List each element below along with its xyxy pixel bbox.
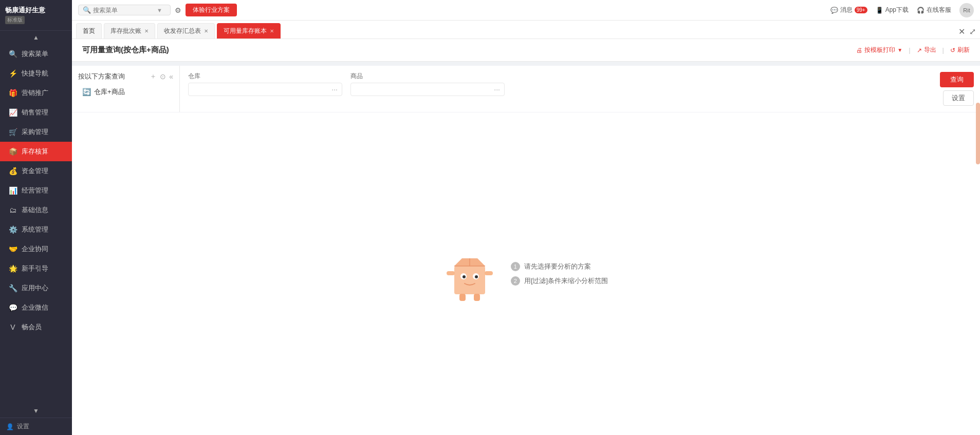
sidebar-item-membership[interactable]: V 畅会员 [0,317,72,337]
sidebar-item-label-search: 搜索菜单 [22,49,48,59]
goods-field-group: 商品 ··· [350,72,505,96]
sidebar-item-system[interactable]: ⚙️ 系统管理 [0,220,72,239]
warehouse-input-row[interactable]: ··· [188,83,342,96]
empty-state: 1 请先选择要分析的方案 2 用[过滤]条件来缩小分析范围 [72,112,980,435]
close-window-icon[interactable]: ✕ [958,27,965,36]
right-scroll-bar[interactable] [976,103,980,164]
tab-summary[interactable]: 收发存汇总表✕ [157,23,215,39]
export-action[interactable]: ↗ 导出 [917,46,936,54]
settings-button[interactable]: 设置 [943,90,974,106]
sidebar-item-label-purchase: 采购管理 [22,127,48,137]
sep2: | [942,46,944,54]
phone-icon: 📱 [876,7,883,14]
svg-rect-7 [447,271,455,275]
main-area: 🔍 ▼ ⚙ 体验行业方案 💬 消息 99+ 📱 App下载 🎧 在线客服 Rit [72,0,980,435]
collapse-scheme-icon[interactable]: « [169,72,173,81]
sidebar-item-search[interactable]: 🔍 搜索菜单 [0,44,72,64]
topbar: 🔍 ▼ ⚙ 体验行业方案 💬 消息 99+ 📱 App下载 🎧 在线客服 Rit [72,0,980,21]
query-panel: 按以下方案查询 ＋ ⊙ « 🔄 仓库+商品 仓库 ··· [72,66,980,112]
sidebar-item-operations[interactable]: 📊 经营管理 [0,181,72,200]
appcenter-icon: 🔧 [8,284,17,292]
sidebar-item-purchase[interactable]: 🛒 采购管理 [0,122,72,142]
trial-button[interactable]: 体验行业方案 [186,4,237,16]
tab-label-home: 首页 [83,27,95,35]
topbar-search-box[interactable]: 🔍 ▼ [78,5,171,15]
search-input[interactable] [93,7,155,14]
refresh-action[interactable]: ↺ 刷新 [950,46,970,54]
svg-point-5 [463,275,466,278]
sidebar-item-enterprise[interactable]: 🤝 企业协同 [0,239,72,259]
sidebar-item-shortcuts[interactable]: ⚡ 快捷导航 [0,64,72,83]
scheme-item-label: 仓库+商品 [94,87,125,97]
tab-available[interactable]: 可用量库存账本✕ [217,23,281,39]
chevron-down-icon: ▼ [157,7,162,13]
app-download-button[interactable]: 📱 App下载 [876,6,909,14]
sidebar-item-appcenter[interactable]: 🔧 应用中心 [0,278,72,298]
operations-icon: 📊 [8,186,17,195]
sidebar-item-label-marketing: 营销推广 [22,88,48,98]
expand-icon[interactable]: ⤢ [969,27,976,36]
sidebar-item-sales[interactable]: 📈 销售管理 [0,103,72,122]
scheme-item-icon: 🔄 [82,88,91,96]
sidebar-item-wechat[interactable]: 💬 企业微信 [0,298,72,317]
settings-scheme-icon[interactable]: ⊙ [160,72,166,81]
brand-name: 畅康通好生意 [5,6,67,15]
print-action[interactable]: 🖨 按模板打印 ▼ [856,46,902,54]
tab-home[interactable]: 首页 [76,23,102,39]
warehouse-input[interactable] [193,86,329,93]
print-label: 按模板打印 [864,46,895,54]
sidebar-footer-text: 设置 [17,422,29,431]
system-icon: ⚙️ [8,225,17,234]
tab-batch[interactable]: 库存批次账✕ [104,23,155,39]
svg-rect-0 [454,266,485,294]
goods-input[interactable] [355,86,492,93]
gear-icon[interactable]: ⚙ [175,6,181,14]
tip-num-1: 1 [511,262,520,271]
query-button[interactable]: 查询 [940,72,974,87]
export-label: 导出 [924,46,936,54]
message-label: 消息 [840,6,853,14]
sidebar-item-label-wechat: 企业微信 [22,303,48,312]
goods-input-row[interactable]: ··· [350,83,505,96]
tab-close-available[interactable]: ✕ [270,28,274,34]
scheme-header-text: 按以下方案查询 [78,72,146,81]
user-avatar[interactable]: Rit [959,3,974,17]
scheme-item-warehouse-goods[interactable]: 🔄 仓库+商品 [72,83,179,101]
newguide-icon: 🌟 [8,264,17,273]
sidebar-item-marketing[interactable]: 🎁 营销推广 [0,83,72,103]
tab-close-batch[interactable]: ✕ [144,28,149,34]
tabs-bar: 首页库存批次账✕收发存汇总表✕可用量库存账本✕ ✕ ⤢ [72,21,980,39]
content-area: 可用量查询(按仓库+商品) 🖨 按模板打印 ▼ | ↗ 导出 | ↺ 刷新 [72,39,980,435]
svg-point-6 [475,275,478,278]
tab-close-summary[interactable]: ✕ [204,28,208,34]
sidebar-item-label-appcenter: 应用中心 [22,283,48,293]
page-title: 可用量查询(按仓库+商品) [82,45,169,55]
finance-icon: 💰 [8,167,17,175]
sidebar-footer[interactable]: 👤 设置 [0,418,72,435]
sidebar-item-label-operations: 经营管理 [22,186,48,195]
add-scheme-icon[interactable]: ＋ [150,72,157,81]
sidebar-scroll-up[interactable]: ▲ [0,31,72,44]
warehouse-more-icon[interactable]: ··· [331,85,338,93]
online-service-button[interactable]: 🎧 在线客服 [917,6,951,14]
goods-more-icon[interactable]: ··· [494,85,500,93]
printer-icon: 🖨 [856,47,862,54]
sidebar-scroll-down[interactable]: ▼ [0,404,72,418]
goods-label: 商品 [350,72,505,81]
sidebar-item-finance[interactable]: 💰 资金管理 [0,161,72,181]
scheme-header: 按以下方案查询 ＋ ⊙ « [72,70,179,83]
sidebar-item-inventory[interactable]: 📦 库存核算 [0,142,72,161]
tab-label-batch: 库存批次账 [110,27,141,35]
membership-icon: V [8,323,17,331]
search-icon: 🔍 [83,6,91,14]
sidebar-item-label-newguide: 新手引导 [22,264,48,273]
empty-tip-1: 1 请先选择要分析的方案 [511,262,608,271]
topbar-right: 💬 消息 99+ 📱 App下载 🎧 在线客服 Rit [830,3,974,17]
empty-tips: 1 请先选择要分析的方案 2 用[过滤]条件来缩小分析范围 [511,262,608,286]
scheme-sidebar: 按以下方案查询 ＋ ⊙ « 🔄 仓库+商品 [72,66,180,112]
message-button[interactable]: 💬 消息 99+ [830,6,867,14]
headset-icon: 🎧 [917,7,924,14]
sidebar-item-newguide[interactable]: 🌟 新手引导 [0,259,72,278]
sidebar-item-base[interactable]: 🗂 基础信息 [0,200,72,220]
page-header: 可用量查询(按仓库+商品) 🖨 按模板打印 ▼ | ↗ 导出 | ↺ 刷新 [72,39,980,62]
